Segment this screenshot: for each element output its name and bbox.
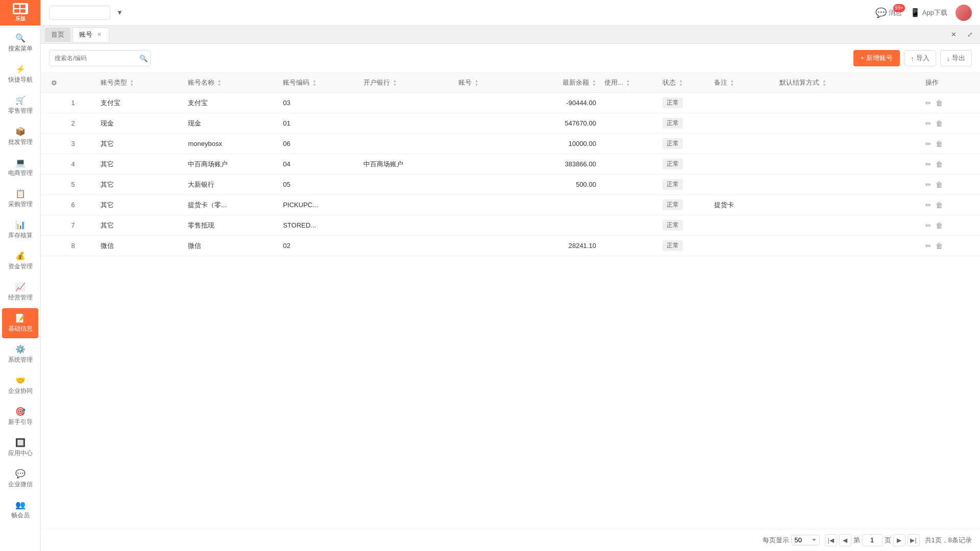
col-code[interactable]: 账号编码 ▲▼ xyxy=(279,73,359,93)
sidebar-item-wholesale[interactable]: 📦 批发管理 xyxy=(2,121,38,152)
delete-button[interactable]: 🗑 xyxy=(936,160,943,168)
sidebar-item-operations[interactable]: 📈 经营管理 xyxy=(2,277,38,307)
col-name[interactable]: 账号名称 ▲▼ xyxy=(184,73,279,93)
col-type-sort[interactable]: ▲▼ xyxy=(130,79,134,87)
col-name-sort[interactable]: ▲▼ xyxy=(217,79,222,87)
row-index: 5 xyxy=(67,174,96,195)
col-remark[interactable]: 备注 ▲▼ xyxy=(710,73,776,93)
sidebar-item-enterprise-agreement[interactable]: 🤝 企业协同 xyxy=(2,370,38,400)
row-balance: 500.00 xyxy=(520,174,600,195)
search-menu-icon: 🔍 xyxy=(15,33,26,43)
col-default-payment-sort[interactable]: ▲▼ xyxy=(822,79,826,87)
edit-button[interactable]: ✏ xyxy=(925,140,932,148)
prev-page-button[interactable]: ◀ xyxy=(839,534,851,546)
table-row: 5 其它 大新银行 05 500.00 正常 ✏ 🗑 xyxy=(41,174,980,195)
add-account-button[interactable]: + 新增账号 xyxy=(853,50,900,66)
row-gear xyxy=(41,134,67,154)
col-default-payment[interactable]: 默认结算方式 ▲▼ xyxy=(775,73,921,93)
edit-button[interactable]: ✏ xyxy=(925,160,932,168)
sidebar-item-quick-nav[interactable]: ⚡ 快捷导航 xyxy=(2,59,38,89)
last-page-button[interactable]: ▶| xyxy=(908,534,920,546)
col-code-sort[interactable]: ▲▼ xyxy=(312,79,316,87)
edit-button[interactable]: ✏ xyxy=(925,181,932,189)
delete-button[interactable]: 🗑 xyxy=(936,181,943,189)
row-default-payment xyxy=(775,236,921,256)
tab-home-label: 首页 xyxy=(51,30,64,39)
toolbar-left: 🔍 xyxy=(49,50,151,66)
row-balance: 547670.00 xyxy=(520,113,600,134)
sidebar-item-retail[interactable]: 🛒 零售管理 xyxy=(2,90,38,120)
col-type[interactable]: 账号类型 ▲▼ xyxy=(96,73,184,93)
tab-expand-button[interactable]: ⤢ xyxy=(964,29,976,41)
edit-button[interactable]: ✏ xyxy=(925,201,932,209)
message-badge: 99+ xyxy=(893,4,905,12)
edit-button[interactable]: ✏ xyxy=(925,99,932,107)
row-name: moneybosx xyxy=(184,134,279,154)
row-action: ✏ 🗑 xyxy=(921,215,980,236)
col-bank[interactable]: 开户银行 ▲▼ xyxy=(359,73,454,93)
sidebar-item-finance[interactable]: 💰 资金管理 xyxy=(2,246,38,276)
row-remark xyxy=(710,113,776,134)
edit-button[interactable]: ✏ xyxy=(925,221,932,230)
col-status[interactable]: 状态 ▲▼ xyxy=(658,73,709,93)
page-input[interactable] xyxy=(862,534,883,546)
row-status: 正常 xyxy=(658,93,709,113)
delete-button[interactable]: 🗑 xyxy=(936,119,943,128)
table-row: 6 其它 提货卡（零... PICKUPC... 正常 提货卡 ✏ 🗑 xyxy=(41,195,980,215)
sidebar-item-inventory[interactable]: 📊 库存核算 xyxy=(2,215,38,245)
col-usage-sort[interactable]: ▲▼ xyxy=(626,79,630,87)
sidebar-item-app-center[interactable]: 🔲 应用中心 xyxy=(2,433,38,463)
sidebar-item-search[interactable]: 🔍 搜索菜单 xyxy=(2,28,38,58)
export-button[interactable]: ↓ 导出 xyxy=(940,50,972,66)
sidebar-item-new-guide[interactable]: 🎯 新手引导 xyxy=(2,402,38,432)
col-balance-sort[interactable]: ▲▼ xyxy=(592,79,596,87)
status-badge: 正常 xyxy=(663,199,683,210)
edit-button[interactable]: ✏ xyxy=(925,119,932,128)
tab-account-close[interactable]: ✕ xyxy=(95,31,103,38)
row-usage xyxy=(600,195,658,215)
tab-home[interactable]: 首页 xyxy=(45,28,70,42)
page-size-dropdown[interactable]: 50 100 200 xyxy=(791,535,820,545)
sidebar-item-member[interactable]: 👥 畅会员 xyxy=(2,495,38,525)
gear-icon[interactable]: ⚙ xyxy=(51,79,57,87)
status-badge: 正常 xyxy=(663,97,683,108)
sidebar-item-basic-info-label: 基础信息 xyxy=(8,324,33,333)
delete-button[interactable]: 🗑 xyxy=(936,242,943,250)
col-account-sort[interactable]: ▲▼ xyxy=(474,79,478,87)
search-button[interactable]: 🔍 xyxy=(136,51,151,66)
import-button[interactable]: ↑ 导入 xyxy=(904,50,936,66)
delete-button[interactable]: 🗑 xyxy=(936,201,943,209)
next-page-button[interactable]: ▶ xyxy=(893,534,905,546)
sidebar-item-purchase[interactable]: 📋 采购管理 xyxy=(2,184,38,214)
tab-account[interactable]: 账号 ✕ xyxy=(72,28,109,42)
row-type: 其它 xyxy=(96,195,184,215)
sidebar-menu: 🔍 搜索菜单 ⚡ 快捷导航 🛒 零售管理 📦 批发管理 💻 电商管理 📋 采购管… xyxy=(0,26,40,551)
col-status-sort[interactable]: ▲▼ xyxy=(679,79,683,87)
first-page-button[interactable]: |◀ xyxy=(825,534,837,546)
col-usage[interactable]: 使用... ▲▼ xyxy=(600,73,658,93)
col-balance[interactable]: 最新余额 ▲▼ xyxy=(520,73,600,93)
sidebar-item-basic-info[interactable]: 📝 基础信息 xyxy=(2,308,38,338)
sidebar-item-system[interactable]: ⚙️ 系统管理 xyxy=(2,339,38,369)
user-avatar[interactable] xyxy=(955,5,972,21)
edit-button[interactable]: ✏ xyxy=(925,242,932,250)
col-remark-sort[interactable]: ▲▼ xyxy=(730,79,734,87)
app-download-button[interactable]: 📱 App下载 xyxy=(910,8,947,17)
col-account[interactable]: 账号 ▲▼ xyxy=(454,73,520,93)
header-dropdown[interactable]: ▼ xyxy=(116,9,123,16)
sidebar-item-ecommerce[interactable]: 💻 电商管理 xyxy=(2,153,38,183)
enterprise-wechat-icon: 💬 xyxy=(15,469,26,479)
col-bank-sort[interactable]: ▲▼ xyxy=(393,79,397,87)
sidebar-item-enterprise-wechat[interactable]: 💬 企业微信 xyxy=(2,464,38,494)
delete-button[interactable]: 🗑 xyxy=(936,99,943,107)
delete-button[interactable]: 🗑 xyxy=(936,221,943,230)
row-type: 其它 xyxy=(96,174,184,195)
header-search-input[interactable] xyxy=(49,6,110,20)
delete-button[interactable]: 🗑 xyxy=(936,140,943,148)
sidebar-item-enterprise-agreement-label: 企业协同 xyxy=(8,387,33,395)
message-button[interactable]: 💬 99+ 消息 xyxy=(875,7,902,18)
enterprise-agreement-icon: 🤝 xyxy=(15,375,26,385)
row-action: ✏ 🗑 xyxy=(921,236,980,256)
tab-close-all-button[interactable]: ✕ xyxy=(947,29,960,41)
search-input[interactable] xyxy=(50,52,136,65)
